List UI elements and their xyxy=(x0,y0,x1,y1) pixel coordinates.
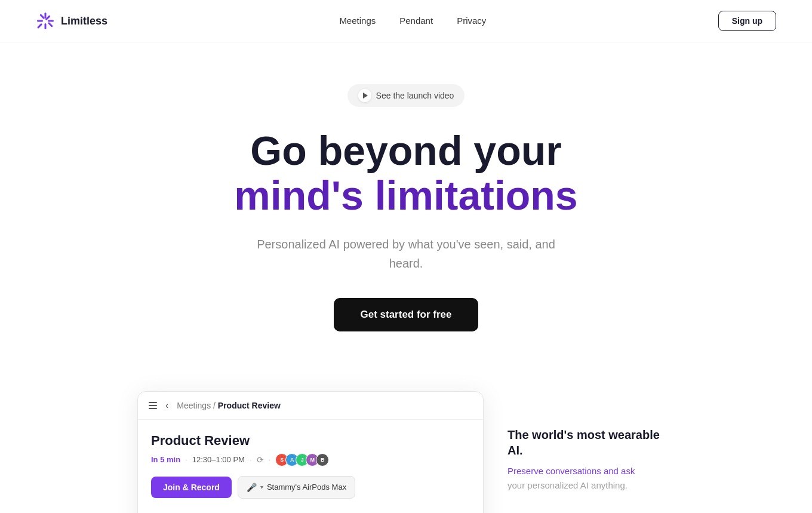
logo-icon xyxy=(36,11,55,30)
avatar-5: B xyxy=(316,453,329,466)
product-section: ‹ Meetings / Product Review Product Revi… xyxy=(0,355,812,513)
meeting-title: Product Review xyxy=(151,433,470,449)
meeting-actions: Join & Record 🎤 ▾ Stammy's AirPods Max xyxy=(151,476,470,499)
nav-logo[interactable]: Limitless xyxy=(36,11,107,30)
back-button[interactable]: ‹ xyxy=(163,400,171,411)
hero-subtitle: Personalized AI powered by what you've s… xyxy=(251,235,561,273)
join-record-button[interactable]: Join & Record xyxy=(151,477,232,498)
nav-link-meetings[interactable]: Meetings xyxy=(339,16,376,26)
signup-button[interactable]: Sign up xyxy=(718,11,776,31)
hero-title: Go beyond your mind's limitations xyxy=(234,128,577,218)
meeting-avatars: S A J M B xyxy=(275,453,329,466)
screenshot-topbar: ‹ Meetings / Product Review xyxy=(138,392,483,420)
meeting-time-range: 12:30–1:00 PM xyxy=(192,455,245,464)
nav-logo-text: Limitless xyxy=(61,15,107,27)
tab-summary[interactable]: Summary xyxy=(285,509,340,513)
play-icon xyxy=(358,89,371,102)
hero-title-line2: mind's limitations xyxy=(234,173,577,218)
meeting-meta: In 5 min · 12:30–1:00 PM · ⟳ · S A J M B xyxy=(151,453,470,466)
hero-section: See the launch video Go beyond your mind… xyxy=(0,42,812,355)
tab-transcript[interactable]: Transcript xyxy=(189,509,245,513)
screenshot-tabs: Prep Transcript Notes Summary xyxy=(138,509,483,513)
side-description: Preserve conversations and ask your pers… xyxy=(508,464,675,493)
breadcrumb: Meetings / Product Review xyxy=(177,401,281,410)
hamburger-icon[interactable] xyxy=(149,402,157,409)
screenshot-body: Product Review In 5 min · 12:30–1:00 PM … xyxy=(138,420,483,513)
meeting-time-label: In 5 min xyxy=(151,455,180,464)
hero-cta-button[interactable]: Get started for free xyxy=(334,298,478,331)
side-heading: The world's most wearable AI. xyxy=(508,427,675,458)
sync-icon: ⟳ xyxy=(257,455,264,465)
nav-link-privacy[interactable]: Privacy xyxy=(457,16,486,26)
svg-rect-5 xyxy=(48,22,53,27)
chevron-down-icon: ▾ xyxy=(260,484,263,490)
nav-link-pendant[interactable]: Pendant xyxy=(399,16,433,26)
svg-rect-3 xyxy=(48,20,54,22)
svg-rect-4 xyxy=(39,14,45,19)
nav-links: Meetings Pendant Privacy xyxy=(339,16,486,26)
svg-rect-0 xyxy=(45,13,47,19)
product-screenshot: ‹ Meetings / Product Review Product Revi… xyxy=(137,391,484,513)
svg-rect-2 xyxy=(37,20,43,22)
launch-video-label: See the launch video xyxy=(376,91,454,100)
side-text-panel: The world's most wearable AI. Preserve c… xyxy=(508,391,675,493)
audio-device-label: Stammy's AirPods Max xyxy=(267,483,346,492)
tab-notes[interactable]: Notes xyxy=(245,509,286,513)
audio-device-button[interactable]: 🎤 ▾ Stammy's AirPods Max xyxy=(238,476,355,499)
svg-rect-1 xyxy=(45,23,47,29)
tab-prep[interactable]: Prep xyxy=(151,509,189,513)
navbar: Limitless Meetings Pendant Privacy Sign … xyxy=(0,0,812,42)
launch-video-button[interactable]: See the launch video xyxy=(347,84,465,107)
svg-rect-7 xyxy=(37,23,42,29)
microphone-icon: 🎤 xyxy=(247,483,257,492)
